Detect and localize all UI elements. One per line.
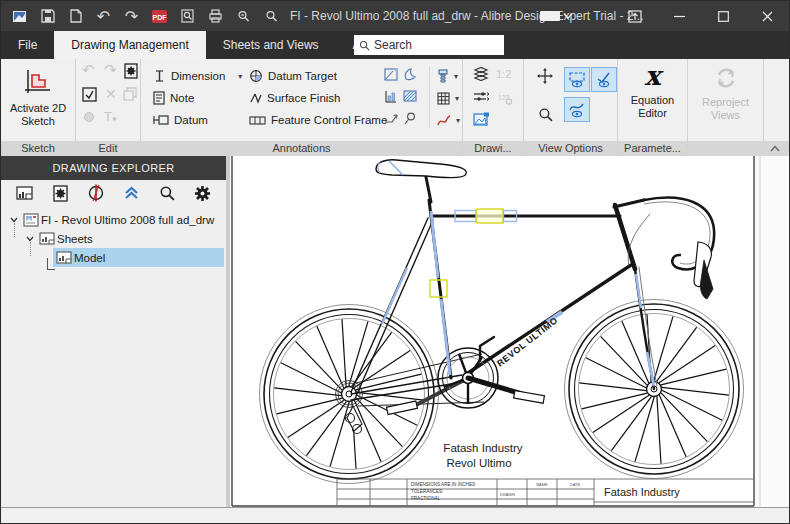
hatch-area-icon[interactable]	[403, 90, 417, 102]
tab-file[interactable]: File	[1, 31, 54, 59]
view-annotation-icon[interactable]	[384, 68, 398, 81]
undo-icon[interactable]: ↶	[82, 61, 95, 79]
table-dropdown[interactable]: ▾	[455, 94, 459, 103]
expander-icon[interactable]	[25, 234, 35, 244]
delete-icon[interactable]: ✕	[105, 86, 117, 102]
tab-sheets-and-views[interactable]: Sheets and Views	[206, 31, 336, 59]
tree-item-root[interactable]: FI - Revol Ultimo 2008 full ad_drw	[1, 210, 226, 229]
search-input[interactable]	[374, 38, 492, 52]
toggle-show-sheet[interactable]	[564, 67, 590, 92]
collapse-ribbon-icon[interactable]	[770, 145, 780, 152]
select-icon[interactable]	[82, 87, 97, 102]
tree-item-root-label: FI - Revol Ultimo 2008 full ad_drw	[39, 213, 218, 227]
reproject-icon	[713, 65, 739, 91]
undo-icon[interactable]: ↶	[95, 8, 112, 25]
color-icon[interactable]	[83, 111, 95, 123]
close-button[interactable]	[745, 1, 789, 31]
spline-annotation-button[interactable]: ▾	[437, 111, 460, 129]
print-icon[interactable]	[207, 8, 224, 25]
revision-cloud-icon[interactable]	[403, 67, 417, 81]
toggle-show-sketches[interactable]	[564, 97, 590, 122]
chart-annotation-icon[interactable]	[384, 90, 397, 103]
title-bar: ↶ ↷ PDF FI - Revol Ultimo 2008 full ad_d…	[1, 1, 789, 31]
tab-drawing-management[interactable]: Drawing Management	[54, 31, 205, 59]
table-icon	[437, 92, 450, 105]
sheet-properties-icon[interactable]	[124, 63, 138, 79]
zoom-icon[interactable]	[263, 8, 280, 25]
license-meter[interactable]	[540, 11, 573, 21]
zoom-tool-icon[interactable]	[538, 107, 553, 122]
group-label-view-options: View Options	[524, 141, 617, 156]
tb-drawn: DRAWN	[500, 492, 515, 497]
text-settings-icon[interactable]: T●	[104, 109, 117, 124]
section-view-icon[interactable]	[86, 183, 106, 203]
collapse-all-icon[interactable]	[121, 183, 141, 203]
zoom-out-icon[interactable]	[235, 8, 252, 25]
search-icon	[359, 40, 370, 51]
pan-icon[interactable]	[537, 68, 553, 84]
surface-finish-button[interactable]: Surface Finish	[249, 89, 341, 107]
sheet-icon	[56, 251, 72, 264]
bicycle-drawing: REVOL ULTIMO Fatash Industry Revol Ultim…	[230, 156, 787, 507]
search-box[interactable]	[354, 35, 504, 55]
new-sheet-icon[interactable]	[15, 183, 35, 203]
view-image-icon[interactable]	[473, 112, 490, 127]
layers-icon[interactable]	[473, 66, 489, 81]
drawing-canvas[interactable]: REVOL ULTIMO Fatash Industry Revol Ultim…	[230, 156, 789, 507]
equation-editor-button[interactable]: x Equation Editor	[618, 59, 687, 141]
sketch-icon	[23, 67, 53, 97]
tree-item-model[interactable]: Model	[1, 248, 226, 267]
weld-symbol-icon[interactable]	[384, 113, 399, 124]
table-button[interactable]: ▾	[437, 89, 459, 107]
group-label-sketch: Sketch	[1, 141, 75, 156]
annotations-divider	[429, 66, 430, 128]
balloon-callout-icon[interactable]	[404, 112, 416, 125]
activate-2d-sketch-button[interactable]: Activate 2D Sketch	[1, 59, 75, 141]
fastener-dropdown[interactable]: ▾	[454, 72, 458, 81]
redo-icon[interactable]: ↷	[104, 61, 117, 79]
explorer-search-icon[interactable]	[157, 183, 177, 203]
dimension-dropdown[interactable]: ▾	[238, 72, 242, 81]
ribbon: Activate 2D Sketch Sketch ↶ ↷ ✕	[1, 59, 789, 156]
sheet-properties-icon[interactable]	[50, 183, 70, 203]
save-icon[interactable]	[39, 8, 56, 25]
spline-dropdown[interactable]: ▾	[456, 116, 460, 125]
feature-control-frame-button[interactable]: Feature Control Frame	[249, 111, 387, 129]
print-preview-icon[interactable]	[179, 8, 196, 25]
tb-company: Fatash Industry	[604, 486, 680, 498]
expander-icon[interactable]	[9, 215, 19, 225]
explorer-settings-gear-icon[interactable]	[192, 183, 212, 203]
toggle-show-annotations[interactable]	[591, 67, 617, 92]
fastener-callout-button[interactable]: ▾	[437, 67, 458, 85]
new-file-icon[interactable]	[67, 8, 84, 25]
redo-icon[interactable]: ↷	[123, 8, 140, 25]
drawing-explorer-panel: DRAWING EXPLORER	[1, 156, 230, 507]
feature-control-frame-icon	[249, 115, 266, 126]
drawing-file-icon	[23, 213, 39, 227]
note-button[interactable]: Note	[153, 89, 194, 107]
note-icon	[153, 91, 165, 105]
dock-window-icon[interactable]	[613, 1, 657, 31]
spline-icon	[437, 114, 451, 127]
datum-button[interactable]: Datum	[153, 111, 208, 129]
scale-value: 1:2	[496, 68, 511, 80]
maximize-button[interactable]	[701, 1, 745, 31]
dimension-format-icon[interactable]: 123	[497, 92, 513, 105]
line-settings-icon[interactable]	[473, 90, 490, 103]
svg-text:123: 123	[498, 94, 510, 101]
datum-target-button[interactable]: Datum Target	[249, 67, 337, 85]
caption-line1: Fatash Industry	[443, 442, 523, 454]
ribbon-group-reproject: Reproject Views	[688, 59, 764, 156]
ribbon-group-drawing: 1:2 123 Drawi...	[463, 59, 524, 156]
license-meter-bar	[540, 11, 560, 21]
export-pdf-icon[interactable]: PDF	[151, 8, 168, 25]
ribbon-group-edit: ↶ ↷ ✕ T● Edit	[76, 59, 141, 156]
tree-item-sheets[interactable]: Sheets	[1, 229, 226, 248]
minimize-button[interactable]	[657, 1, 701, 31]
dimension-button[interactable]: Dimension ▾	[153, 67, 242, 85]
drawing-explorer-tree: FI - Revol Ultimo 2008 full ad_drw Sheet…	[1, 206, 226, 267]
chevron-down-icon	[563, 12, 573, 20]
reproject-views-button[interactable]: Reproject Views	[688, 59, 763, 141]
ribbon-group-view-options: View Options	[524, 59, 618, 156]
copy-icon[interactable]	[123, 87, 137, 101]
